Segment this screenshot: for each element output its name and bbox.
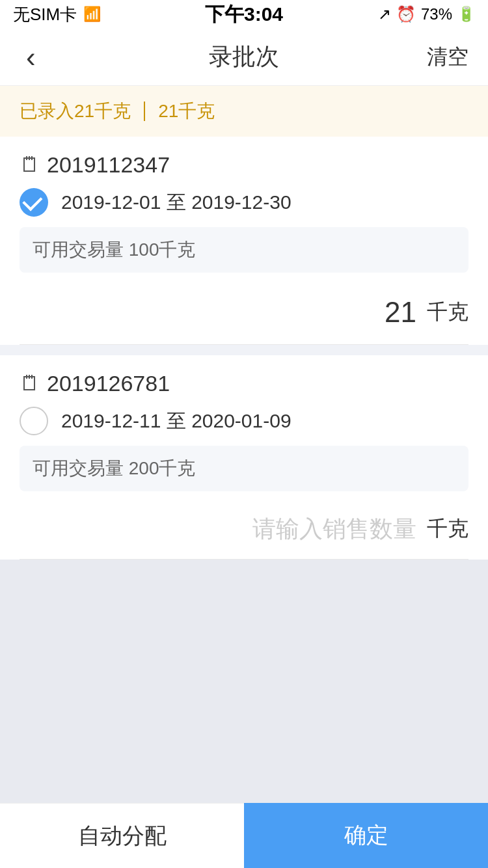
batch-quantity-row-1: 21 千克 [20, 283, 468, 345]
status-bar: 无SIM卡 📶 下午3:04 ↗ ⏰ 73% 🔋 [0, 0, 488, 29]
footer: 自动分配 确定 [0, 803, 488, 868]
confirm-button[interactable]: 确定 [244, 803, 488, 868]
card-separator-1 [0, 345, 488, 355]
batch-card-2: 🗒 2019126781 2019-12-11 至 2020-01-09 可用交… [0, 355, 488, 560]
clear-button[interactable]: 清空 [427, 43, 468, 72]
recorded-label: 已录入21千克 [20, 99, 131, 124]
batch-header-1: 🗒 2019112347 [20, 152, 468, 178]
batch-date-1: 2019-12-01 至 2019-12-30 [61, 189, 291, 216]
nav-bar: ‹ 录批次 清空 [0, 29, 488, 86]
auto-distribute-button[interactable]: 自动分配 [0, 803, 244, 868]
doc-icon-2: 🗒 [20, 372, 40, 396]
batch-id-2: 2019126781 [47, 371, 170, 396]
batch-radio-2[interactable] [20, 407, 48, 435]
info-amount: 21千克 [158, 99, 215, 124]
status-left: 无SIM卡 📶 [13, 3, 101, 26]
quantity-value-1: 21 [385, 296, 416, 329]
bottom-area [0, 560, 488, 820]
quantity-input-2[interactable] [221, 515, 416, 543]
batch-id-1: 2019112347 [47, 152, 170, 178]
batch-avail-text-2: 可用交易量 200千克 [33, 458, 196, 478]
battery-percent: 73% [421, 5, 452, 23]
location-icon: ↗ [378, 5, 391, 23]
alarm-icon: ⏰ [396, 5, 416, 23]
batch-avail-2: 可用交易量 200千克 [20, 446, 468, 491]
info-banner: 已录入21千克 21千克 [0, 86, 488, 137]
status-right: ↗ ⏰ 73% 🔋 [378, 5, 475, 23]
batch-quantity-row-2: 千克 [20, 502, 468, 560]
doc-icon-1: 🗒 [20, 153, 40, 177]
batch-header-2: 🗒 2019126781 [20, 371, 468, 396]
batch-card-1: 🗒 2019112347 2019-12-01 至 2019-12-30 可用交… [0, 137, 488, 345]
batch-avail-text-1: 可用交易量 100千克 [33, 239, 196, 260]
battery-icon: 🔋 [457, 6, 475, 23]
quantity-unit-1: 千克 [427, 298, 468, 327]
batch-date-row-1: 2019-12-01 至 2019-12-30 [20, 188, 468, 217]
sim-text: 无SIM卡 [13, 3, 77, 26]
back-button[interactable]: ‹ [20, 34, 42, 80]
quantity-unit-2: 千克 [427, 515, 468, 543]
info-divider [144, 102, 145, 121]
batch-radio-1[interactable] [20, 188, 48, 217]
batch-date-2: 2019-12-11 至 2020-01-09 [61, 408, 291, 435]
batch-date-row-2: 2019-12-11 至 2020-01-09 [20, 407, 468, 435]
status-time: 下午3:04 [205, 1, 283, 28]
wifi-icon: 📶 [83, 6, 101, 23]
batch-avail-1: 可用交易量 100千克 [20, 227, 468, 273]
page-title: 录批次 [209, 41, 279, 73]
